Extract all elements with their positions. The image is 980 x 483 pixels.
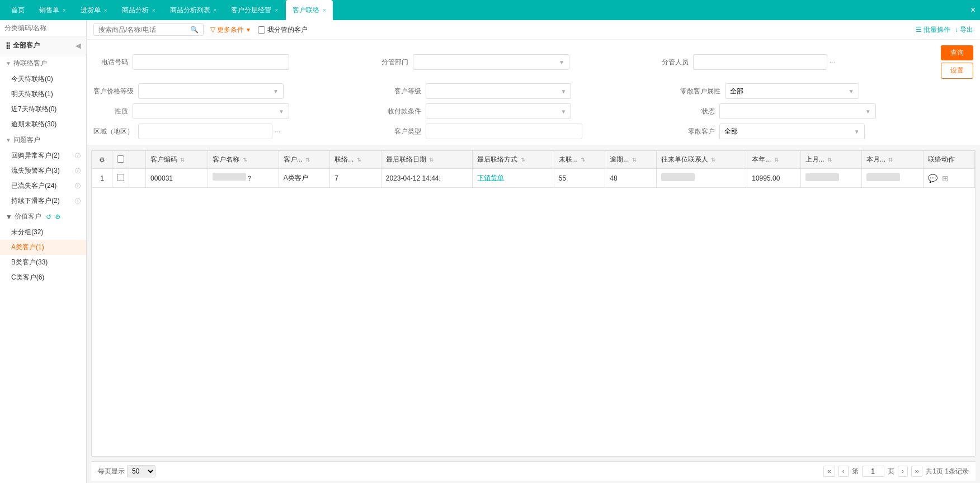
status-select[interactable]: ▼ — [719, 103, 876, 119]
nav-tab-purchase[interactable]: 进货单 × — [74, 0, 114, 20]
sidebar-item-declining[interactable]: 持续下滑客户(2) ⓘ — [0, 193, 86, 209]
th-uncontacted[interactable]: 未联... ⇅ — [554, 151, 605, 169]
sidebar-item-today-contact[interactable]: 今天待联络(0) — [0, 72, 86, 87]
customer-grade-select[interactable]: ▼ — [426, 83, 571, 99]
th-checkbox[interactable] — [112, 151, 129, 169]
th-overdue[interactable]: 逾期... ⇅ — [605, 151, 656, 169]
filter-more-btn[interactable]: ▽ 更多条件 ▼ — [210, 25, 251, 35]
section-problem-customers[interactable]: ▼ 问题客户 — [0, 132, 86, 148]
dept-select[interactable]: ▼ — [413, 54, 569, 70]
select-all-checkbox[interactable] — [117, 155, 124, 163]
sidebar-all-customers[interactable]: ⣿ 全部客户 ◀ — [0, 36, 86, 55]
th-customer-type[interactable]: 客户... ⇅ — [279, 151, 329, 169]
row-checkbox[interactable] — [117, 174, 124, 181]
info-icon-3: ⓘ — [75, 182, 81, 190]
close-purchase-tab[interactable]: × — [104, 7, 107, 13]
th-last-month[interactable]: 上月... ⇅ — [800, 151, 861, 169]
nav-tab-customer-segment[interactable]: 客户分层经营 × — [224, 0, 285, 20]
sidebar-item-tomorrow-contact[interactable]: 明天待联络(1) — [0, 87, 86, 102]
customer-type-input[interactable] — [426, 124, 582, 139]
nav-tab-purchase-label: 进货单 — [81, 6, 101, 15]
phone-input[interactable] — [133, 54, 289, 70]
close-customer-segment-tab[interactable]: × — [275, 7, 278, 13]
region-dots-btn[interactable]: ··· — [272, 127, 282, 135]
nav-tab-sales[interactable]: 销售单 × — [32, 0, 73, 20]
close-customer-contact-tab[interactable]: × — [323, 7, 326, 13]
sidebar-item-abnormal-repurchase[interactable]: 回购异常客户(2) ⓘ — [0, 148, 86, 163]
last-page-btn[interactable]: » — [911, 466, 923, 477]
section-pending-contact[interactable]: ▼ 待联络客户 — [0, 55, 86, 72]
th-last-contact-date[interactable]: 最后联络日期 ⇅ — [381, 151, 473, 169]
filter-row-4: 区域（地区） ··· 客户类型 零散客户 全部 ▼ — [93, 124, 973, 139]
region-label: 区域（地区） — [93, 127, 138, 136]
filter-cell-status: 状态 ▼ — [680, 103, 973, 119]
manager-input[interactable] — [693, 54, 827, 70]
retail-customer-select[interactable]: 全部 ▼ — [719, 124, 865, 139]
status-label: 状态 — [680, 107, 719, 116]
payment-select[interactable]: ▼ — [426, 103, 571, 119]
td-checkbox[interactable] — [112, 169, 129, 188]
close-analysis-list-tab[interactable]: × — [214, 7, 217, 13]
td-contact-person — [656, 169, 747, 188]
manager-dots-btn[interactable]: ··· — [827, 58, 837, 66]
filter-cell-region: 区域（地区） ··· — [93, 124, 387, 139]
qr-icon[interactable]: ⊞ — [942, 174, 949, 183]
batch-operations-btn[interactable]: ☰ 批量操作 — [916, 25, 950, 35]
nav-tab-analysis[interactable]: 商品分析 × — [115, 0, 162, 20]
th-this-year[interactable]: 本年... ⇅ — [747, 151, 800, 169]
sidebar-item-b-class[interactable]: B类客户(33) — [0, 255, 86, 270]
nav-tab-customer-contact[interactable]: 客户联络 × — [286, 0, 333, 20]
filter-search-icon[interactable]: 🔍 — [190, 26, 199, 34]
first-page-btn[interactable]: « — [823, 466, 835, 477]
retail-attr-select[interactable]: 全部 ▼ — [725, 83, 859, 99]
value-settings-icon[interactable]: ⚙ — [55, 213, 61, 221]
sidebar-item-a-class[interactable]: A类客户(1) — [0, 240, 86, 255]
sort-icon-method: ⇅ — [521, 157, 525, 163]
pagesize-select[interactable]: 50 100 200 — [127, 465, 156, 477]
td-this-year: 10995.00 — [747, 169, 800, 188]
th-customer-name[interactable]: 客户名称 ⇅ — [208, 151, 279, 169]
filter-search-input[interactable] — [98, 26, 188, 34]
info-icon-4: ⓘ — [75, 197, 81, 205]
nav-tab-home[interactable]: 首页 — [4, 0, 31, 20]
sidebar-item-churned[interactable]: 已流失客户(24) ⓘ — [0, 178, 86, 193]
sidebar-item-c-class[interactable]: C类客户(6) — [0, 270, 86, 285]
refresh-icon[interactable]: ↺ — [46, 213, 51, 221]
gear-settings-icon[interactable]: ⚙ — [99, 156, 105, 164]
b-class-label: B类客户(33) — [11, 258, 48, 267]
filter-mine-checkbox[interactable] — [258, 26, 265, 34]
section-value-label: 价值客户 — [15, 212, 41, 221]
nature-select[interactable]: ▼ — [133, 103, 289, 119]
window-close-button[interactable]: × — [970, 5, 976, 15]
query-button[interactable]: 查询 — [941, 45, 973, 60]
close-analysis-tab[interactable]: × — [152, 7, 156, 13]
td-code: 000031 — [146, 169, 208, 188]
sidebar-item-ungrouped[interactable]: 未分组(32) — [0, 225, 86, 240]
next-page-btn[interactable]: › — [898, 466, 908, 477]
th-contact-person[interactable]: 往来单位联系人 ⇅ — [656, 151, 747, 169]
7days-contact-label: 近7天待联络(0) — [11, 105, 56, 114]
sidebar-search-input[interactable] — [4, 24, 87, 32]
page-number-input[interactable] — [862, 466, 884, 477]
close-sales-tab[interactable]: × — [63, 7, 66, 13]
contact-method-link[interactable]: 下销货单 — [477, 174, 504, 182]
price-grade-select[interactable]: ▼ — [138, 83, 284, 99]
sidebar-item-7days-contact[interactable]: 近7天待联络(0) — [0, 102, 86, 117]
th-gear[interactable]: ⚙ — [92, 151, 112, 169]
td-last-contact-method[interactable]: 下销货单 — [473, 169, 554, 188]
th-last-contact-method[interactable]: 最后联络方式 ⇅ — [473, 151, 554, 169]
sidebar-collapse-icon[interactable]: ◀ — [76, 42, 81, 50]
region-input[interactable] — [138, 124, 272, 139]
th-this-month[interactable]: 本月... ⇅ — [862, 151, 923, 169]
th-contact-count[interactable]: 联络... ⇅ — [330, 151, 381, 169]
sidebar-item-overdue-contact[interactable]: 逾期未联络(30) — [0, 117, 86, 132]
sidebar-item-churn-warning[interactable]: 流失预警客户(3) ⓘ — [0, 163, 86, 178]
th-customer-code[interactable]: 客户编码 ⇅ — [146, 151, 208, 169]
nav-tab-analysis-list[interactable]: 商品分析列表 × — [163, 0, 224, 20]
settings-button[interactable]: 设置 — [941, 63, 973, 79]
message-icon[interactable]: 💬 — [928, 174, 937, 183]
export-btn[interactable]: ↓ 导出 — [955, 25, 973, 35]
info-icon-2: ⓘ — [75, 167, 81, 175]
td-contact-count: 7 — [330, 169, 381, 188]
prev-page-btn[interactable]: ‹ — [838, 466, 849, 477]
